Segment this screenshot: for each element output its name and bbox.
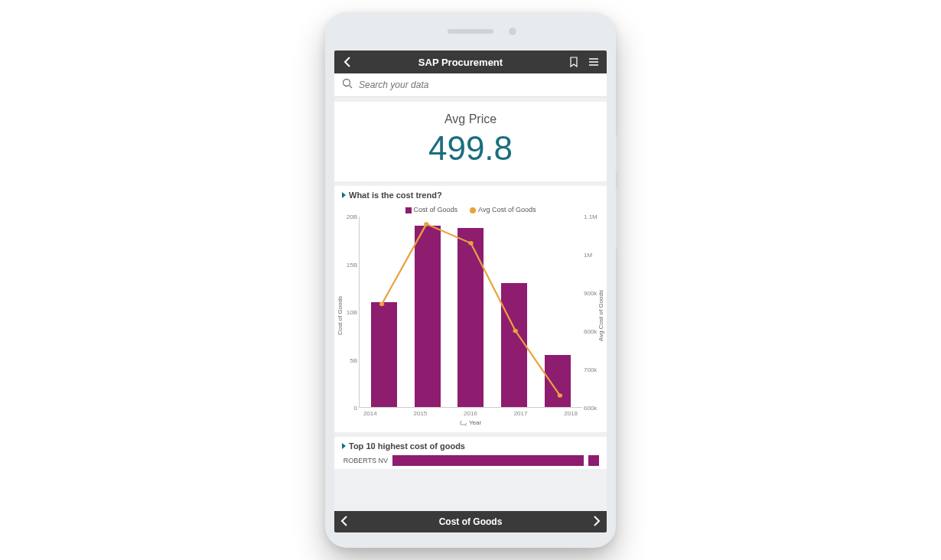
search-icon (342, 78, 353, 92)
footer-title: Cost of Goods (348, 516, 593, 527)
prev-icon[interactable] (340, 516, 348, 529)
next-icon[interactable] (593, 516, 601, 529)
top10-bar (392, 455, 584, 466)
cost-trend-chart[interactable]: Cost of Goods 0 5B 10B 15B 20B (342, 217, 599, 408)
phone-side-button (616, 188, 619, 249)
content-area: Avg Price 499.8 What is the cost trend? … (334, 97, 607, 511)
legend-line-label: Avg Cost of Goods (478, 206, 536, 213)
page-title: SAP Procurement (360, 57, 561, 68)
chart-bar[interactable] (371, 302, 397, 407)
phone-frame: SAP Procurement Avg Price 499.8 W (325, 12, 616, 548)
table-row[interactable]: ROBERTS NV (334, 455, 607, 466)
chart-bar[interactable] (457, 228, 484, 407)
menu-icon[interactable] (587, 55, 601, 69)
search-input[interactable] (359, 80, 599, 90)
chart-bar[interactable] (415, 226, 441, 407)
y-axis-left: 0 5B 10B 15B 20B (342, 217, 359, 408)
trend-header[interactable]: What is the cost trend? (334, 186, 607, 204)
collapse-icon (342, 443, 346, 449)
phone-side-button (616, 135, 619, 173)
back-icon[interactable] (340, 55, 354, 69)
y-axis-right-label: Avg Cost of Goods (597, 290, 604, 341)
collapse-icon (342, 192, 346, 198)
top10-card: Top 10 highest cost of goods ROBERTS NV (334, 437, 607, 469)
plot-area (359, 217, 582, 408)
x-axis-labels: 20142015201620172018 (342, 408, 599, 417)
top10-bar (588, 455, 599, 466)
kpi-title: Avg Price (334, 112, 607, 126)
svg-line-1 (350, 86, 353, 89)
kpi-card[interactable]: Avg Price 499.8 (334, 102, 607, 181)
kpi-value: 499.8 (334, 129, 607, 168)
app-screen: SAP Procurement Avg Price 499.8 W (334, 50, 607, 532)
trend-title: What is the cost trend? (349, 190, 442, 200)
x-axis-title: Year (342, 417, 599, 426)
chart-legend: Cost of Goods Avg Cost of Goods (342, 204, 599, 217)
svg-point-0 (344, 80, 350, 86)
legend-bar-label: Cost of Goods (414, 206, 458, 213)
top10-row-label: ROBERTS NV (342, 457, 388, 464)
top10-header[interactable]: Top 10 highest cost of goods (334, 437, 607, 455)
bookmark-icon[interactable] (567, 55, 581, 69)
top10-title: Top 10 highest cost of goods (349, 441, 465, 451)
top-bar: SAP Procurement (334, 50, 607, 73)
chart-bar[interactable] (545, 355, 571, 407)
trend-card: What is the cost trend? Cost of Goods Av… (334, 186, 607, 432)
search-bar[interactable] (334, 73, 607, 97)
y-axis-right: 600k 700k 800k 900k 1M 1.1M (582, 217, 599, 408)
bottom-bar: Cost of Goods (334, 511, 607, 532)
chart-bar[interactable] (501, 283, 527, 407)
